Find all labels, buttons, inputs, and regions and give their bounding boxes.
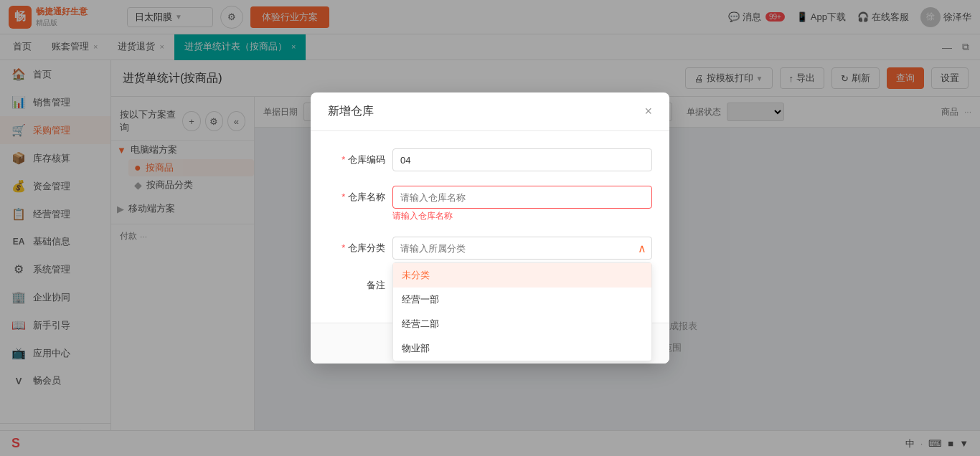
dropdown-item-uncategorized[interactable]: 未分类 (393, 263, 651, 288)
warehouse-name-input[interactable] (392, 186, 652, 209)
modal-overlay: 新增仓库 × 仓库编码 仓库名称 请输入仓库名称 仓库分类 (0, 0, 980, 456)
warehouse-code-control (392, 148, 652, 171)
warehouse-name-error: 请输入仓库名称 (392, 210, 652, 222)
warehouse-category-label: 仓库分类 (328, 237, 392, 260)
warehouse-category-control: ∧ 未分类 经营一部 经营二部 物业部 (392, 237, 652, 260)
dropdown-item-ops2[interactable]: 经营二部 (393, 312, 651, 336)
modal-title: 新增仓库 (328, 104, 374, 119)
modal-close-button[interactable]: × (644, 104, 652, 119)
modal-body: 仓库编码 仓库名称 请输入仓库名称 仓库分类 ∧ (311, 131, 669, 323)
remark-label: 备注 (328, 274, 392, 297)
warehouse-category-input[interactable] (392, 237, 652, 260)
warehouse-code-label: 仓库编码 (328, 148, 392, 171)
category-dropdown: 未分类 经营一部 经营二部 物业部 (392, 262, 652, 361)
warehouse-name-row: 仓库名称 请输入仓库名称 (328, 186, 652, 222)
warehouse-code-row: 仓库编码 (328, 148, 652, 171)
warehouse-name-label: 仓库名称 (328, 186, 392, 209)
warehouse-category-row: 仓库分类 ∧ 未分类 经营一部 经营二部 物业部 (328, 237, 652, 260)
dropdown-item-ops1[interactable]: 经营一部 (393, 288, 651, 312)
dropdown-item-property[interactable]: 物业部 (393, 336, 651, 361)
warehouse-code-input[interactable] (392, 148, 652, 171)
warehouse-name-control: 请输入仓库名称 (392, 186, 652, 222)
modal-header: 新增仓库 × (311, 92, 669, 131)
add-warehouse-modal: 新增仓库 × 仓库编码 仓库名称 请输入仓库名称 仓库分类 (311, 92, 669, 364)
